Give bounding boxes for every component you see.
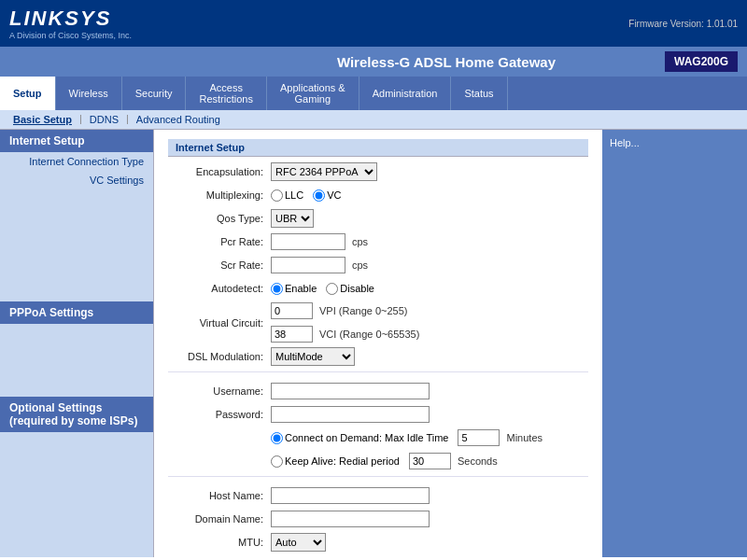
scr-label: Scr Rate: [168,259,271,271]
pcr-input[interactable] [271,233,345,250]
dsl-modulation-row: DSL Modulation: MultiMode ADSL2+ ADSL2 A… [168,347,588,366]
username-input[interactable] [271,383,430,399]
password-control [271,406,430,423]
page-title: Wireless-G ADSL Home Gateway [228,54,665,70]
tab-wireless[interactable]: Wireless [56,77,122,110]
nav-tabs: Setup Wireless Security AccessRestrictio… [0,77,747,110]
vc-control: VPI (Range 0~255) VCI (Range 0~65535) [271,302,419,343]
vci-input[interactable] [271,326,313,343]
sidebar: Internet Setup Internet Connection Type … [0,130,154,557]
scr-control: cps [271,257,368,273]
redial-period-input[interactable] [409,453,451,469]
vci-range: VCI (Range 0~65535) [319,329,419,340]
help-panel: Help... [602,130,747,557]
dsl-control: MultiMode ADSL2+ ADSL2 ADSL-T1.413 ADSL-… [271,347,355,366]
sub-tab-advanced-routing[interactable]: Advanced Routing [133,113,224,126]
tab-setup[interactable]: Setup [0,77,56,110]
dsl-label: DSL Modulation: [168,351,271,362]
internet-setup-title: Internet Setup [168,139,588,157]
multiplexing-vc-label[interactable]: VC [313,189,341,202]
autodetect-enable-label[interactable]: Enable [271,283,317,295]
help-label: Help... [610,137,640,148]
sidebar-section-pppoa: PPPoA Settings [0,301,153,324]
sidebar-item-connection-type[interactable]: Internet Connection Type [0,152,153,171]
max-idle-input[interactable] [458,429,500,446]
qos-row: Qos Type: UBR CBR VBR [168,209,588,228]
domain-name-row: Domain Name: [168,510,588,528]
sub-tab-basic-setup[interactable]: Basic Setup [9,113,76,126]
multiplexing-label: Multiplexing: [168,189,271,201]
autodetect-control: Enable Disable [271,283,380,295]
dsl-select[interactable]: MultiMode ADSL2+ ADSL2 ADSL-T1.413 ADSL-… [271,347,355,366]
top-header: LINKSYS A Division of Cisco Systems, Inc… [0,0,747,47]
tab-security[interactable]: Security [122,77,187,110]
vpi-input[interactable] [271,302,313,319]
firmware-version: Firmware Version: 1.01.01 [628,19,738,29]
multiplexing-llc-radio[interactable] [271,189,283,202]
encapsulation-control: RFC 2364 PPPoA RFC 1483 Bridged RFC 1483… [271,162,377,181]
keep-alive-label[interactable]: Keep Alive: Redial period [271,455,400,468]
virtual-circuit-label: Virtual Circuit: [168,317,271,329]
pppoa-section: Username: Password: Connect on Deman [168,382,588,470]
connect-demand-row: Connect on Demand: Max Idle Time Minutes [168,428,588,447]
scr-rate-row: Scr Rate: cps [168,256,588,274]
title-bar: Wireless-G ADSL Home Gateway WAG200G [0,47,747,77]
multiplexing-llc-label[interactable]: LLC [271,189,303,202]
qos-control: UBR CBR VBR [271,209,314,228]
keep-alive-control: Keep Alive: Redial period Seconds [271,453,498,469]
autodetect-disable-label[interactable]: Disable [326,283,374,295]
autodetect-enable-radio[interactable] [271,283,283,295]
divider-1 [168,371,588,372]
tab-status[interactable]: Status [451,77,507,110]
keep-alive-radio[interactable] [271,455,283,468]
scr-input[interactable] [271,257,345,273]
domain-name-label: Domain Name: [168,513,271,525]
logo-area: LINKSYS A Division of Cisco Systems, Inc… [9,7,132,40]
sidebar-item-vc-settings[interactable]: VC Settings [0,171,153,189]
domain-name-input[interactable] [271,511,430,527]
autodetect-label: Autodetect: [168,283,271,294]
autodetect-disable-radio[interactable] [326,283,338,295]
host-name-row: Host Name: [168,486,588,505]
sub-tab-ddns[interactable]: DDNS [86,113,122,126]
password-label: Password: [168,409,271,420]
host-name-label: Host Name: [168,490,271,501]
username-row: Username: [168,382,588,400]
username-control [271,383,430,399]
tab-access-restrictions[interactable]: AccessRestrictions [186,77,266,110]
connect-demand-unit: Minutes [506,432,543,443]
optional-section: Host Name: Domain Name: MTU: Auto Manu [168,486,588,557]
multiplexing-control: LLC VC [271,189,346,202]
multiplexing-vc-radio[interactable] [313,189,325,202]
pcr-unit: cps [352,236,368,247]
password-row: Password: [168,405,588,424]
encapsulation-select[interactable]: RFC 2364 PPPoA RFC 1483 Bridged RFC 1483… [271,162,377,181]
keep-alive-unit: Seconds [458,455,498,467]
vci-vpi-row: Virtual Circuit: VPI (Range 0~255) VCI (… [168,302,588,343]
tab-apps-gaming[interactable]: Applications &Gaming [267,77,359,110]
encapsulation-row: Encapsulation: RFC 2364 PPPoA RFC 1483 B… [168,162,588,181]
tab-administration[interactable]: Administration [359,77,452,110]
connect-demand-label[interactable]: Connect on Demand: Max Idle Time [271,432,448,444]
mtu-label: MTU: [168,537,271,548]
main-layout: Internet Setup Internet Connection Type … [0,130,747,557]
pcr-control: cps [271,233,368,250]
logo-subtitle: A Division of Cisco Systems, Inc. [9,31,132,40]
host-name-control [271,487,430,504]
mtu-select[interactable]: Auto Manual [271,533,326,552]
host-name-input[interactable] [271,487,430,504]
pcr-label: Pcr Rate: [168,236,271,247]
mtu-row: MTU: Auto Manual [168,533,588,552]
username-label: Username: [168,385,271,397]
vpi-range: VPI (Range 0~255) [319,305,407,316]
qos-label: Qos Type: [168,213,271,224]
connect-demand-radio[interactable] [271,432,283,444]
password-input[interactable] [271,406,430,423]
encapsulation-label: Encapsulation: [168,166,271,177]
scr-unit: cps [352,259,368,271]
autodetect-row: Autodetect: Enable Disable [168,279,588,298]
sidebar-section-internet-setup: Internet Setup [0,130,153,152]
size-row: Size: [168,556,588,557]
connect-demand-control: Connect on Demand: Max Idle Time Minutes [271,429,543,446]
qos-select[interactable]: UBR CBR VBR [271,209,314,228]
